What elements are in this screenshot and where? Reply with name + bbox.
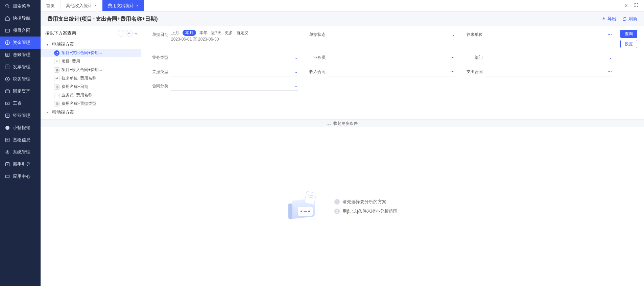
tab-income[interactable]: 其他收入统计 × [61, 0, 102, 11]
sidebar-item-search[interactable]: 搜索菜单 [0, 0, 41, 12]
sidebar-item-contract[interactable]: 项目合同 [0, 24, 41, 37]
date-tab-more[interactable]: 更多 [225, 30, 233, 36]
sidebar-item-quicknav[interactable]: 快捷导航 [0, 12, 41, 24]
svg-rect-2 [5, 29, 9, 32]
tree-item[interactable]: ▤ 费用名称+票据类型 [41, 99, 141, 108]
money-icon [5, 40, 10, 45]
biztype-select[interactable]: ⌄ [171, 53, 298, 62]
close-icon[interactable]: × [94, 3, 97, 8]
sidebar-item-ledger[interactable]: 总账管理 [0, 49, 41, 61]
sidebar-item-guide[interactable]: 新手引导 [0, 158, 41, 170]
empty-step-1: 1 请先选择要分析的方案 [334, 199, 398, 205]
tree-item[interactable]: ◔ 项目+支出合同+费用... [41, 49, 141, 57]
close-all-icon[interactable]: × [623, 3, 630, 9]
salesman-lookup[interactable]: ⋯ [328, 53, 455, 62]
caret-down-icon: ▾ [47, 43, 50, 46]
main: 首页 其他收入统计 × 费用支出统计 × × 费用支出统计(项目+支出合同+费用… [41, 0, 644, 286]
date-tab-this-year[interactable]: 本年 [199, 30, 208, 36]
tree-group-head[interactable]: ▸ 移动端方案 [41, 108, 141, 117]
filters: 单据日期 上月 本月 本年 近7天 更多 自定义 2023-06-01 至 20… [141, 26, 644, 119]
income-lookup[interactable]: ⋯ [328, 67, 455, 76]
collapse-label: 收起更多条件 [333, 121, 358, 126]
tree-item[interactable]: ▭ 业务员+费用名称 [41, 91, 141, 99]
sidebar-item-label: 固定资产 [13, 88, 30, 94]
date-tabs: 上月 本月 本年 近7天 更多 自定义 [171, 30, 298, 36]
sidebar-item-reimburse[interactable]: 小畅报销 [0, 122, 41, 134]
tree-group-head[interactable]: ▾ 电脑端方案 [41, 40, 141, 49]
refresh-label: 刷新 [628, 16, 637, 22]
sidebar-item-invoice[interactable]: 发票管理 [0, 61, 41, 73]
caret-right-icon: ▸ [47, 111, 50, 114]
tab-label: 首页 [46, 3, 55, 9]
sidebar-item-label: 发票管理 [13, 64, 30, 70]
chart-icon: ≡ [54, 59, 59, 64]
filter-income-contract: 收入合同 ⋯ [306, 67, 455, 76]
fullscreen-icon[interactable] [634, 3, 639, 8]
tree-item-label: 费用名称+票据类型 [62, 101, 96, 106]
sidebar-item-asset[interactable]: 固定资产 [0, 85, 41, 97]
filter-category: 合同分类 ⌄ [149, 81, 298, 91]
dept-select[interactable]: ⌄ [485, 53, 612, 62]
unit-lookup[interactable]: ⋯ [485, 30, 612, 39]
swap-icon: ⇄ [54, 76, 59, 81]
tree-item[interactable]: ▦ 项目+收入合同+费用... [41, 66, 141, 74]
svg-line-1 [8, 7, 9, 8]
date-tab-prev-month[interactable]: 上月 [171, 30, 179, 36]
tree-item[interactable]: ▥ 费用名称+日期 [41, 82, 141, 91]
collapse-conditions-bar[interactable]: ︽ 收起更多条件 [41, 120, 644, 127]
sidebar-item-label: 快捷导航 [13, 15, 30, 21]
step-text: 请先选择要分析的方案 [342, 199, 386, 205]
bars-icon: ▥ [54, 84, 59, 90]
sidebar-item-system[interactable]: 系统管理 [0, 146, 41, 158]
info-icon [5, 137, 10, 143]
sidebar: 搜索菜单 快捷导航 项目合同 资金管理 总账管理 发票管理 税务管理 固定资产 [0, 0, 41, 286]
status-select[interactable]: ⌄ [328, 30, 455, 39]
filter-salesman: 业务员 ⋯ [306, 53, 455, 62]
svg-point-11 [5, 126, 9, 130]
step-number-icon: 2 [334, 209, 340, 214]
collapse-scheme-icon[interactable]: « [135, 31, 138, 36]
scheme-settings-button[interactable] [126, 30, 133, 37]
ticket-icon: ▤ [54, 101, 59, 106]
sidebar-item-apps[interactable]: 应用中心 [0, 170, 41, 183]
category-select[interactable]: ⌄ [171, 81, 298, 91]
sidebar-item-label: 小畅报销 [13, 125, 30, 131]
expense-lookup[interactable]: ⋯ [485, 67, 612, 76]
settings-button[interactable]: 设置 [620, 40, 637, 48]
filter-expense-contract: 支出合同 ⋯ [463, 67, 612, 76]
sidebar-item-tax[interactable]: 税务管理 [0, 73, 41, 85]
sidebar-item-info[interactable]: 基础信息 [0, 134, 41, 146]
billtype-select[interactable]: ⌄ [171, 67, 298, 76]
tab-label: 其他收入统计 [66, 3, 92, 9]
tab-home[interactable]: 首页 [41, 0, 61, 11]
tree-item-label: 项目+收入合同+费用... [62, 67, 102, 73]
biz-icon [5, 113, 10, 118]
close-icon[interactable]: × [136, 3, 139, 8]
sidebar-item-salary[interactable]: 工资 [0, 97, 41, 110]
salary-icon [5, 101, 10, 106]
tab-expense[interactable]: 费用支出统计 × [102, 0, 144, 11]
asset-icon [5, 89, 10, 94]
refresh-icon [622, 17, 627, 21]
scheme-title: 按以下方案查询 [45, 30, 116, 36]
date-tab-7days[interactable]: 近7天 [211, 30, 221, 36]
refresh-button[interactable]: 刷新 [622, 16, 637, 22]
export-icon [601, 17, 606, 21]
export-button[interactable]: 导出 [601, 16, 616, 22]
scheme-tree: ▾ 电脑端方案 ◔ 项目+支出合同+费用... ≡ 项目+费用 ▦ [41, 39, 141, 119]
home-icon [5, 16, 10, 21]
tree-item[interactable]: ≡ 项目+费用 [41, 57, 141, 66]
sidebar-item-label: 基础信息 [13, 137, 30, 143]
filter-label: 合同分类 [149, 81, 168, 89]
add-scheme-button[interactable]: + [118, 30, 124, 37]
filter-label: 单据日期 [149, 30, 168, 38]
sidebar-item-biz[interactable]: 经营管理 [0, 110, 41, 122]
date-tab-this-month[interactable]: 本月 [183, 30, 196, 36]
query-button[interactable]: 查询 [620, 30, 637, 38]
filter-label: 支出合同 [463, 67, 483, 75]
tree-item-label: 费用名称+日期 [62, 84, 88, 90]
filter-billtype: 票据类型 ⌄ [149, 67, 298, 76]
date-tab-custom[interactable]: 自定义 [236, 30, 248, 36]
sidebar-item-fund[interactable]: 资金管理 [0, 37, 41, 49]
tree-item[interactable]: ⇄ 往来单位+费用名称 [41, 74, 141, 82]
